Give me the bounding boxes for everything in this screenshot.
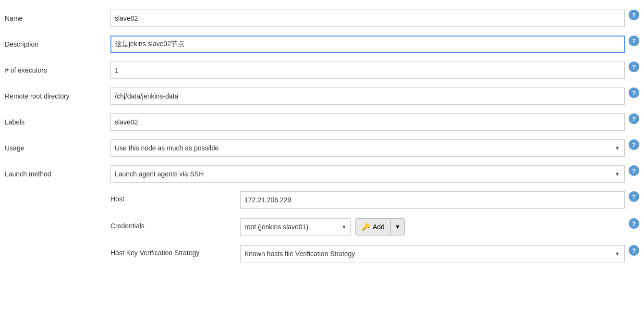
credentials-row: Credentials root (jenkins slave01) - non…	[110, 218, 639, 238]
credentials-label: Credentials	[110, 218, 240, 230]
usage-select-wrap: Use this node as much as possible Only b…	[110, 139, 625, 157]
launch-method-row: Launch method Launch agent agents via SS…	[5, 165, 639, 186]
host-label: Host	[110, 191, 240, 203]
remote-root-label: Remote root directory	[5, 87, 110, 100]
executors-row: # of executors ?	[5, 62, 639, 82]
usage-row: Usage Use this node as much as possible …	[5, 139, 639, 160]
add-credentials-main-button[interactable]: 🔑 Add	[356, 219, 391, 235]
host-field-wrap	[240, 191, 625, 209]
key-icon: 🔑	[362, 223, 370, 231]
add-button-label: Add	[373, 223, 385, 231]
host-key-verification-help-icon[interactable]: ?	[629, 245, 639, 256]
launch-method-select[interactable]: Launch agent agents via SSH Launch agent…	[110, 165, 625, 183]
credentials-controls: root (jenkins slave01) - none - 🔑 Add ▼	[240, 218, 405, 235]
description-input[interactable]	[110, 36, 625, 53]
host-key-verification-field-wrap: Known hosts file Verification Strategy M…	[240, 245, 625, 262]
executors-help-icon[interactable]: ?	[629, 62, 639, 72]
executors-label: # of executors	[5, 62, 110, 74]
launch-method-label: Launch method	[5, 165, 110, 178]
host-key-verification-row: Host Key Verification Strategy Known hos…	[110, 245, 639, 265]
credentials-select[interactable]: root (jenkins slave01) - none -	[240, 218, 351, 235]
node-config-form: Name ? Description ? # of executors ? Re…	[5, 10, 639, 265]
usage-field-wrap: Use this node as much as possible Only b…	[110, 139, 625, 157]
labels-label: Labels	[5, 113, 110, 126]
labels-help-icon[interactable]: ?	[629, 113, 639, 124]
name-label: Name	[5, 10, 110, 22]
host-row: Host ?	[110, 191, 639, 211]
description-row: Description ?	[5, 36, 639, 56]
launch-method-help-icon[interactable]: ?	[629, 165, 639, 176]
add-credentials-dropdown-button[interactable]: ▼	[391, 219, 404, 235]
remote-root-help-icon[interactable]: ?	[629, 87, 639, 98]
usage-help-icon[interactable]: ?	[629, 139, 639, 150]
remote-root-field-wrap	[110, 87, 625, 105]
host-key-verification-label: Host Key Verification Strategy	[110, 245, 240, 257]
remote-root-input[interactable]	[110, 87, 625, 105]
host-help-icon[interactable]: ?	[629, 191, 639, 202]
launch-method-field-wrap: Launch agent agents via SSH Launch agent…	[110, 165, 625, 183]
host-key-verification-select-wrap: Known hosts file Verification Strategy M…	[240, 245, 625, 262]
labels-row: Labels ?	[5, 113, 639, 134]
executors-field-wrap	[110, 62, 625, 79]
credentials-select-wrap: root (jenkins slave01) - none -	[240, 218, 351, 235]
launch-method-select-wrap: Launch agent agents via SSH Launch agent…	[110, 165, 625, 183]
description-help-icon[interactable]: ?	[629, 36, 639, 46]
name-row: Name ?	[5, 10, 639, 30]
labels-input[interactable]	[110, 113, 625, 131]
host-input[interactable]	[240, 191, 625, 209]
name-input[interactable]	[110, 10, 625, 27]
name-field-wrap	[110, 10, 625, 27]
add-credentials-button-group: 🔑 Add ▼	[355, 218, 405, 235]
credentials-field-wrap: root (jenkins slave01) - none - 🔑 Add ▼	[240, 218, 625, 235]
usage-label: Usage	[5, 139, 110, 152]
labels-field-wrap	[110, 113, 625, 131]
description-label: Description	[5, 36, 110, 48]
description-field-wrap	[110, 36, 625, 53]
host-key-verification-select[interactable]: Known hosts file Verification Strategy M…	[240, 245, 625, 262]
ssh-sub-section: Host ? Credentials root (jenkins slave01…	[110, 191, 639, 265]
remote-root-row: Remote root directory ?	[5, 87, 639, 108]
credentials-help-icon[interactable]: ?	[629, 218, 639, 229]
executors-input[interactable]	[110, 62, 625, 79]
name-help-icon[interactable]: ?	[629, 10, 639, 20]
usage-select[interactable]: Use this node as much as possible Only b…	[110, 139, 625, 157]
